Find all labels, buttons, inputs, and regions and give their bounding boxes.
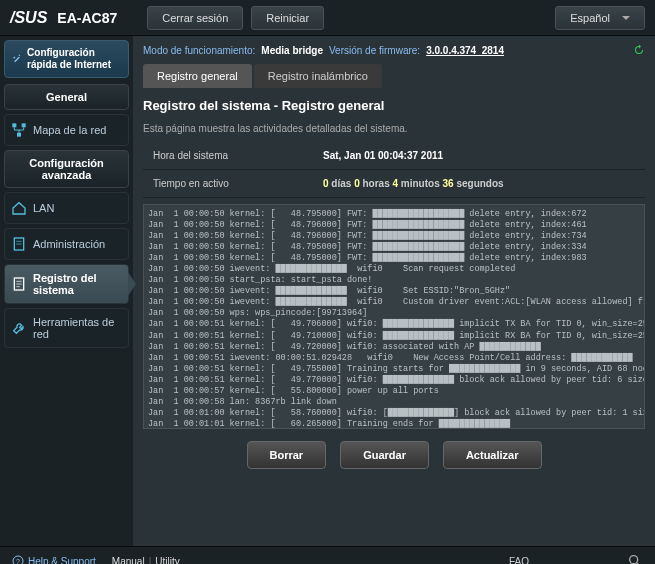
logout-button[interactable]: Cerrar sesión [147,6,243,30]
tab-general-log[interactable]: Registro general [143,64,252,88]
uptime-label: Tiempo en activo [143,170,313,197]
house-icon [11,200,27,216]
clear-button[interactable]: Borrar [247,441,327,469]
help-link[interactable]: Help & Support [28,556,96,565]
help-icon: ? [12,555,24,564]
search-icon[interactable] [627,553,643,564]
sidebar: Configuración rápida de Internet General… [0,36,133,546]
log-textarea[interactable] [143,204,645,429]
manual-link[interactable]: Manual [112,556,145,565]
nav-network-map[interactable]: Mapa de la red [4,114,129,146]
row-uptime: Tiempo en activo 0 días 0 horas 4 minuto… [143,170,645,198]
time-label: Hora del sistema [143,142,313,169]
svg-point-12 [630,556,638,564]
header-bar: /SUS EA-AC87 Cerrar sesión Reiniciar Esp… [0,0,655,36]
nav-lan[interactable]: LAN [4,192,129,224]
mode-label: Modo de funcionamiento: [143,45,255,56]
section-general: General [4,84,129,110]
model-name: EA-AC87 [57,10,117,26]
brand-logo: /SUS [10,9,47,27]
chevron-down-icon [622,16,630,20]
svg-rect-1 [22,123,26,127]
document-icon [11,276,27,292]
nav-label: LAN [33,202,54,214]
nav-label: Registro del sistema [33,272,122,296]
utility-link[interactable]: Utility [155,556,179,565]
language-select[interactable]: Español [555,6,645,30]
mode-value[interactable]: Media bridge [261,45,323,56]
tab-bar: Registro general Registro inalámbrico [143,64,645,88]
svg-rect-2 [17,133,21,137]
faq-link[interactable]: FAQ [509,556,529,565]
page-title: Registro del sistema - Registro general [143,98,645,113]
svg-text:?: ? [16,558,20,565]
page-description: Esta página muestra las actividades deta… [143,123,645,134]
fw-label: Versión de firmware: [329,45,420,56]
info-bar: Modo de funcionamiento: Media bridge Ver… [143,44,645,56]
action-buttons: Borrar Guardar Actualizar [143,429,645,477]
nav-network-tools[interactable]: Herramientas de red [4,308,129,348]
uptime-value: 0 días 0 horas 4 minutos 36 segundos [313,170,645,197]
row-system-time: Hora del sistema Sat, Jan 01 00:04:37 20… [143,142,645,170]
save-button[interactable]: Guardar [340,441,429,469]
nav-admin[interactable]: Administración [4,228,129,260]
network-icon [11,122,27,138]
clipboard-icon [11,236,27,252]
tab-wireless-log[interactable]: Registro inalámbrico [254,64,382,88]
quick-setup-label: Configuración rápida de Internet [27,47,122,71]
fw-link[interactable]: 3.0.0.4.374_2814 [426,45,504,56]
main-content: Modo de funcionamiento: Media bridge Ver… [133,36,655,546]
nav-label: Administración [33,238,105,250]
footer: ? Help & Support Manual | Utility FAQ 20… [0,546,655,564]
reboot-button[interactable]: Reiniciar [251,6,324,30]
svg-rect-0 [12,123,16,127]
refresh-button[interactable]: Actualizar [443,441,542,469]
language-label: Español [570,12,610,24]
nav-label: Herramientas de red [33,316,122,340]
nav-label: Mapa de la red [33,124,106,136]
sync-icon[interactable] [633,44,645,56]
quick-setup-button[interactable]: Configuración rápida de Internet [4,40,129,78]
wrench-icon [11,320,27,336]
wand-icon [11,50,22,68]
section-advanced: Configuración avanzada [4,150,129,188]
nav-system-log[interactable]: Registro del sistema [4,264,129,304]
time-value: Sat, Jan 01 00:04:37 2011 [313,142,645,169]
